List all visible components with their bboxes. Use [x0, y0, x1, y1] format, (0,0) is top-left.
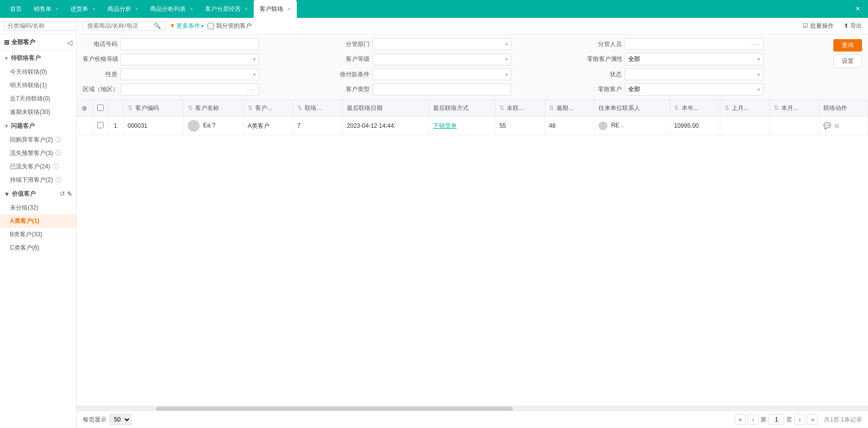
col-code-header[interactable]: ⇅ 客户编码 [123, 100, 183, 117]
sidebar-pending-contact-group[interactable]: ▼ 待联络客户 [0, 51, 76, 65]
gear-icon[interactable]: ⚙ [82, 105, 87, 112]
sidebar-all-customers-header[interactable]: ⊞ 全部客户 ◁ [0, 34, 76, 51]
payment-select[interactable]: ▾ [373, 68, 511, 80]
nav-sales-close[interactable]: × [55, 6, 58, 12]
row-contact: 7 [293, 117, 342, 135]
col-type-header[interactable]: ⇅ 客户... [243, 100, 293, 117]
row-checkbox[interactable] [97, 122, 104, 128]
sidebar-problem-customers-group[interactable]: ▼ 问题客户 [0, 119, 76, 133]
table-header-row: ⚙ ⇅ 客户编码 ⇅ 客户名称 [77, 100, 868, 117]
table-row: 1 000031 Ea ? A类客户 7 [77, 117, 868, 135]
per-page-select[interactable]: 50 [109, 414, 131, 425]
batch-op-btn[interactable]: ☑ 批量操作 [803, 22, 833, 30]
sidebar-item-churned[interactable]: 已流失客户(24) ⓘ [0, 160, 76, 173]
row-this-year: 10995.00 [670, 117, 720, 135]
sidebar-item-class-c[interactable]: C类客户(6) [0, 241, 76, 255]
nav-product-analysis-close[interactable]: × [135, 6, 138, 12]
batch-op-icon: ☑ [803, 22, 808, 29]
nav-product-list[interactable]: 商品分析列表 × [144, 0, 199, 18]
phone-input[interactable] [120, 38, 259, 50]
sidebar-collapse-icon[interactable]: ◁ [67, 39, 72, 47]
more-filter-btn[interactable]: ▼ 更多条件 ▾ [169, 22, 204, 30]
col-last-date-header[interactable]: 最后联络日期 [343, 100, 429, 117]
retail-customer-select[interactable]: 全部 ▾ [625, 83, 763, 96]
col-last-month-header[interactable]: ⇅ 上月... [720, 100, 769, 117]
col-this-month-header[interactable]: ⇅ 本月... [769, 100, 819, 117]
col-idx-header [108, 100, 123, 117]
dept-select[interactable]: ▾ [373, 38, 511, 50]
sidebar-item-tomorrow[interactable]: 明天待联络(1) [0, 79, 76, 92]
status-select[interactable]: ▾ [625, 68, 763, 80]
region-input[interactable]: ··· [120, 84, 259, 96]
sidebar-search-input[interactable] [4, 21, 77, 31]
edit-icon[interactable]: ✎ [67, 190, 72, 198]
price-level-select[interactable]: ▾ [120, 54, 259, 65]
scrollbar-thumb[interactable] [156, 407, 513, 411]
export-btn[interactable]: ⬆ 导出 [844, 22, 862, 30]
my-customer-check[interactable] [208, 23, 214, 29]
row-last-method[interactable]: 下销货单 [429, 117, 495, 135]
page-number-input[interactable] [768, 414, 784, 425]
col-check-header[interactable] [93, 100, 108, 117]
my-customer-checkbox[interactable]: 我分管的客户 [208, 22, 252, 30]
nav-customer-contact[interactable]: 客户联络 × [254, 0, 296, 18]
col-unit-contact-header[interactable]: 往来单位联系人 [595, 100, 670, 117]
sidebar-item-repurchase-abnormal[interactable]: 回购异常客户(2) ⓘ [0, 133, 76, 147]
filter-dept: 分管部门 ▾ [335, 38, 577, 50]
sidebar-item-churn-warning[interactable]: 流失预警客户(3) ⓘ [0, 147, 76, 160]
first-page-btn[interactable]: « [735, 414, 746, 425]
sidebar-item-ungrouped[interactable]: 未分组(32) [0, 201, 76, 214]
customer-type-input[interactable] [373, 84, 511, 96]
col-this-year-header[interactable]: ⇅ 本年... [670, 100, 720, 117]
select-all-checkbox[interactable] [97, 105, 104, 111]
window-close-button[interactable]: × [852, 4, 864, 13]
customer-level-select[interactable]: ▾ [373, 54, 511, 65]
table-area: ⚙ ⇅ 客户编码 ⇅ 客户名称 [77, 100, 868, 406]
nature-select[interactable]: ▾ [120, 68, 259, 80]
filter-customer-type: 客户类型 [335, 84, 577, 96]
sidebar-search-area: 🔍 [0, 18, 76, 34]
col-no-contact-header[interactable]: ⇅ 未联... [495, 100, 544, 117]
nav-customer-segment[interactable]: 客户分层经营 × [199, 0, 254, 18]
sidebar-item-class-b[interactable]: B类客户(33) [0, 228, 76, 241]
sidebar-item-7days[interactable]: 近7天待联络(0) [0, 92, 76, 106]
nav-purchase-close[interactable]: × [92, 6, 95, 12]
col-overdue-header[interactable]: ⇅ 逾期... [545, 100, 595, 117]
manager-input[interactable]: ··· [625, 38, 763, 50]
next-page-btn[interactable]: › [794, 414, 805, 425]
refresh-icon[interactable]: ↺ [59, 190, 65, 198]
nav-customer-segment-close[interactable]: × [245, 6, 248, 12]
col-gear-header[interactable]: ⚙ [77, 100, 93, 117]
col-last-method-header[interactable]: 最后联络方式 [429, 100, 495, 117]
sidebar-item-class-a[interactable]: A类客户(1) [0, 214, 76, 228]
sort-icon-nc: ⇅ [499, 105, 504, 111]
col-name-header[interactable]: ⇅ 客户名称 [183, 100, 243, 117]
nav-purchase[interactable]: 进货单 × [64, 0, 101, 18]
nav-customer-contact-close[interactable]: × [287, 6, 290, 12]
horizontal-scrollbar[interactable] [77, 406, 868, 411]
chat-icon[interactable]: 💬 [823, 122, 831, 129]
retail-attr-arrow: ▾ [758, 56, 760, 62]
region-dots-icon: ··· [247, 86, 256, 94]
retail-attr-select[interactable]: 全部 ▾ [625, 53, 763, 65]
nav-product-analysis[interactable]: 商品分析 × [102, 0, 144, 18]
col-contact-header[interactable]: ⇅ 联络... [293, 100, 342, 117]
filter-nature: 性质 ▾ [83, 68, 325, 80]
sidebar-item-declining[interactable]: 持续下滑客户(2) ⓘ [0, 173, 76, 187]
prev-page-btn[interactable]: ‹ [748, 414, 759, 425]
last-page-btn[interactable]: » [807, 414, 818, 425]
search-button[interactable]: 查询 [833, 39, 862, 52]
sidebar-item-today[interactable]: 今天待联络(0) [0, 65, 76, 79]
sidebar-value-customers-group[interactable]: ▼ 价值客户 ↺ ✎ [0, 187, 76, 201]
top-nav: 首页 销售单 × 进货单 × 商品分析 × 商品分析列表 × 客户分层经营 × … [0, 0, 868, 18]
nav-sales[interactable]: 销售单 × [28, 0, 64, 18]
main-search-input[interactable] [87, 22, 152, 29]
row-check[interactable] [93, 117, 108, 135]
main-search-icon[interactable]: 🔍 [154, 22, 161, 29]
nav-home[interactable]: 首页 [4, 0, 28, 18]
filter-region: 区域（地区） ··· [83, 84, 325, 96]
qr-icon[interactable]: ⊞ [834, 122, 839, 129]
sidebar-item-overdue[interactable]: 逾期未联络(30) [0, 106, 76, 119]
settings-button[interactable]: 设置 [833, 54, 862, 68]
nav-product-list-close[interactable]: × [190, 6, 193, 12]
